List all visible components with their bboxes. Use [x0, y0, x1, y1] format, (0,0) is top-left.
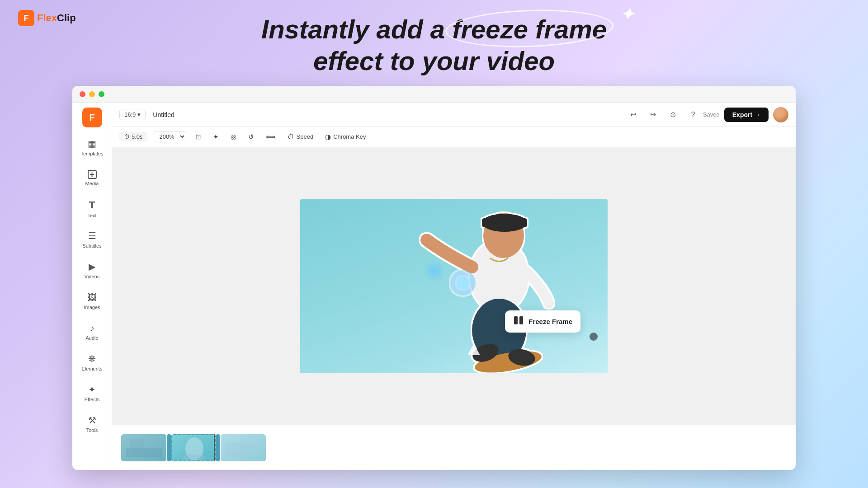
video-background	[300, 199, 608, 373]
enhance-icon: ✦	[213, 133, 219, 141]
speed-label: Speed	[297, 133, 314, 140]
logo-icon: F	[18, 10, 34, 26]
templates-icon: ▦	[88, 138, 96, 149]
toolbar: 16:9 ▾ Untitled ↩ ↪ ⊙ ? Saved Export →	[112, 103, 796, 127]
svg-rect-4	[482, 218, 527, 227]
sidebar-item-text[interactable]: T Text	[76, 194, 108, 223]
chroma-label: Chroma Key	[333, 133, 366, 140]
enhance-tool[interactable]: ✦	[210, 131, 222, 143]
redo-button[interactable]: ↪	[646, 108, 660, 122]
toolbar-center: ↩ ↪ ⊙ ?	[626, 108, 700, 122]
svg-rect-11	[514, 316, 518, 324]
timeline-clip-2[interactable]	[171, 434, 216, 461]
help-button[interactable]: ?	[686, 108, 700, 122]
sidebar-item-tools-label: Tools	[86, 427, 98, 433]
timeline-track	[121, 434, 266, 461]
undo-button[interactable]: ↩	[626, 108, 641, 122]
hero-title: Instantly add a freeze frame ✦ effect to…	[261, 14, 607, 76]
hero-highlight: freeze frame ✦	[452, 14, 607, 45]
undo-effect-icon: ↺	[248, 133, 254, 141]
window-chrome	[72, 86, 796, 103]
freeze-frame-label: Freeze Frame	[528, 318, 572, 325]
sidebar-item-audio[interactable]: ♪ Audio	[76, 317, 108, 346]
app-body: F ▦ Templates + Media T Text ☰ Subtitles…	[72, 103, 796, 470]
svg-rect-15	[130, 439, 144, 450]
video-canvas: Freeze Frame	[300, 199, 608, 373]
window-close-btn[interactable]	[80, 91, 85, 97]
sidebar-item-effects[interactable]: ✦ Effects	[76, 379, 108, 408]
speed-icon: ⏱	[288, 133, 294, 141]
chroma-icon: ◑	[325, 133, 331, 141]
sidebar-item-images-label: Images	[84, 305, 100, 310]
sidebar-item-tools[interactable]: ⚒ Tools	[76, 409, 108, 438]
project-name: Untitled	[153, 111, 174, 118]
svg-point-9	[457, 277, 469, 289]
paint-icon: ◎	[231, 133, 236, 141]
main-content: 16:9 ▾ Untitled ↩ ↪ ⊙ ? Saved Export →	[112, 103, 796, 470]
sidebar-item-images[interactable]: 🖼 Images	[76, 286, 108, 315]
window-maximize-btn[interactable]	[99, 91, 104, 97]
timeline	[112, 425, 796, 470]
sidebar-item-media-label: Media	[85, 181, 99, 186]
avatar-image	[773, 107, 788, 122]
sidebar-item-effects-label: Effects	[85, 397, 99, 402]
duration-badge: ⏱ 5.0s	[119, 132, 147, 141]
effects-icon: ✦	[88, 384, 96, 395]
clip-handle-right-2[interactable]	[216, 434, 220, 461]
undo-effect-tool[interactable]: ↺	[245, 131, 257, 143]
aspect-ratio-button[interactable]: 16:9 ▾	[119, 109, 146, 120]
flip-icon: ⟺	[266, 133, 276, 141]
toolbar-left: 16:9 ▾ Untitled	[119, 109, 623, 120]
text-icon: T	[89, 199, 95, 211]
videos-icon: ▶	[89, 261, 95, 272]
zoom-select[interactable]: 200% 100% 150% 50%	[154, 131, 186, 142]
timeline-clip-1[interactable]	[121, 434, 166, 461]
window-minimize-btn[interactable]	[89, 91, 95, 97]
app-window: F ▦ Templates + Media T Text ☰ Subtitles…	[72, 86, 796, 470]
media-icon: +	[88, 170, 97, 179]
paint-tool[interactable]: ◎	[228, 131, 239, 143]
crop-tool[interactable]: ⊡	[193, 131, 204, 143]
sidebar-item-templates[interactable]: ▦ Templates	[76, 133, 108, 162]
sidebar-item-videos-label: Videos	[85, 274, 99, 279]
flip-tool[interactable]: ⟺	[263, 131, 278, 143]
sidebar-item-videos[interactable]: ▶ Videos	[76, 256, 108, 285]
images-icon: 🖼	[88, 292, 97, 303]
crop-icon: ⊡	[195, 133, 201, 141]
preview-button[interactable]: ⊙	[666, 108, 680, 122]
svg-point-18	[183, 454, 206, 461]
sidebar-item-subtitles-label: Subtitles	[82, 243, 101, 249]
elements-icon: ❋	[88, 353, 96, 364]
aspect-ratio-value: 16:9	[124, 111, 136, 118]
sidebar-item-elements-label: Elements	[82, 366, 103, 371]
audio-icon: ♪	[90, 323, 94, 333]
saved-status: Saved	[703, 111, 720, 118]
logo-text: FlexClip	[37, 12, 76, 24]
clock-icon: ⏱	[124, 133, 130, 140]
freeze-frame-tooltip: Freeze Frame	[505, 310, 580, 333]
tools-icon: ⚒	[88, 415, 96, 426]
chroma-key-tool[interactable]: ◑ Chroma Key	[322, 131, 368, 143]
export-label: Export →	[732, 111, 760, 118]
sidebar-item-audio-label: Audio	[85, 335, 98, 341]
sidebar-item-templates-label: Templates	[80, 151, 103, 156]
sidebar-item-subtitles[interactable]: ☰ Subtitles	[76, 225, 108, 254]
timeline-playhead[interactable]	[214, 434, 215, 461]
sidebar: F ▦ Templates + Media T Text ☰ Subtitles…	[72, 103, 112, 470]
speed-tool[interactable]: ⏱ Speed	[285, 131, 316, 142]
subtitles-icon: ☰	[88, 230, 96, 241]
freeze-frame-icon	[513, 315, 524, 328]
export-button[interactable]: Export →	[724, 108, 769, 122]
clip-handle-left-2[interactable]	[167, 434, 171, 461]
logo[interactable]: F FlexClip	[18, 10, 76, 26]
user-avatar[interactable]	[773, 107, 788, 122]
skater-figure	[300, 199, 608, 373]
sidebar-logo: F	[82, 108, 102, 127]
timeline-clip-3[interactable]	[221, 434, 266, 461]
sidebar-item-elements[interactable]: ❋ Elements	[76, 348, 108, 377]
star-icon: ✦	[620, 5, 634, 24]
svg-rect-12	[519, 316, 523, 324]
svg-rect-20	[225, 443, 252, 457]
edit-toolbar: ⏱ 5.0s 200% 100% 150% 50% ⊡ ✦ ◎	[112, 127, 796, 147]
sidebar-item-media[interactable]: + Media	[76, 164, 108, 192]
